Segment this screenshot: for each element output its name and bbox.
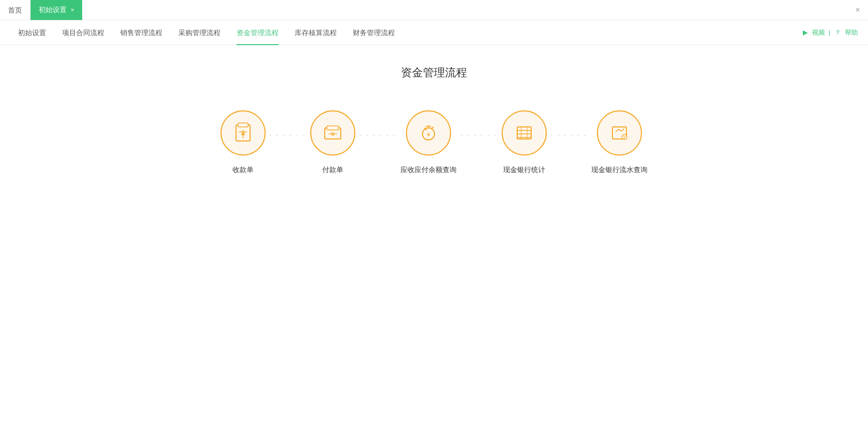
dots-1: - - - - - - <box>270 131 307 138</box>
payment-icon-circle: ¥ <box>310 110 355 156</box>
bank-flow-icon: ¥ <box>608 122 630 144</box>
active-tab[interactable]: 初始设置 × <box>31 0 82 20</box>
dots-3: - - - - - - <box>461 131 498 138</box>
help-link[interactable]: 帮助 <box>845 28 858 37</box>
nav-separator: | <box>829 29 830 36</box>
bank-flow-label: 现金银行流水查询 <box>591 166 647 175</box>
nav-item-initial[interactable]: 初始设置 <box>10 20 54 45</box>
help-icon: ？ <box>834 28 841 37</box>
flow-item-receipt[interactable]: ¥ 收款单 <box>221 110 266 175</box>
flow-item-balance[interactable]: ¥ 应收应付余额查询 <box>400 110 457 175</box>
nav-item-project[interactable]: 项目合同流程 <box>54 20 112 45</box>
flow-container: ¥ 收款单 - - - - - - ¥ 付款单 <box>10 110 858 175</box>
nav-bar: 初始设置 项目合同流程 销售管理流程 采购管理流程 资金管理流程 库存核算流程 … <box>0 20 868 45</box>
flow-item-bank-flow[interactable]: ¥ 现金银行流水查询 <box>591 110 647 175</box>
nav-item-inventory[interactable]: 库存核算流程 <box>287 20 345 45</box>
svg-text:¥: ¥ <box>426 131 430 137</box>
nav-item-sales[interactable]: 销售管理流程 <box>112 20 170 45</box>
svg-rect-1 <box>238 123 248 127</box>
window-close-button[interactable]: × <box>847 0 868 20</box>
balance-label: 应收应付余额查询 <box>400 166 457 175</box>
active-tab-label: 初始设置 <box>39 6 67 15</box>
payment-icon: ¥ <box>322 122 344 144</box>
nav-item-fund[interactable]: 资金管理流程 <box>229 20 287 45</box>
bank-stat-icon-circle <box>502 110 547 156</box>
connector-2: - - - - - - <box>355 110 400 138</box>
receipt-icon: ¥ <box>232 122 254 144</box>
payment-label: 付款单 <box>322 166 343 175</box>
main-content: 资金管理流程 ¥ 收款单 - - - - - - <box>0 45 868 195</box>
svg-text:¥: ¥ <box>623 135 625 139</box>
nav-item-finance[interactable]: 财务管理流程 <box>345 20 403 45</box>
nav-item-purchase[interactable]: 采购管理流程 <box>170 20 229 45</box>
bank-flow-icon-circle: ¥ <box>597 110 642 156</box>
flow-item-payment[interactable]: ¥ 付款单 <box>310 110 355 175</box>
video-link[interactable]: 视频 <box>812 28 825 37</box>
svg-rect-4 <box>327 126 339 130</box>
home-tab[interactable]: 首页 <box>0 0 31 20</box>
connector-4: - - - - - - <box>547 110 592 138</box>
nav-right: ▶ 视频 | ？ 帮助 <box>803 28 858 37</box>
dots-2: - - - - - - <box>359 131 396 138</box>
dots-4: - - - - - - <box>551 131 588 138</box>
connector-1: - - - - - - <box>266 110 311 138</box>
balance-icon-circle: ¥ <box>406 110 451 156</box>
top-bar: 首页 初始设置 × × <box>0 0 868 20</box>
close-icon[interactable]: × <box>71 7 74 14</box>
receipt-label: 收款单 <box>233 166 254 175</box>
page-title: 资金管理流程 <box>10 65 858 80</box>
video-icon: ▶ <box>803 29 808 36</box>
connector-3: - - - - - - <box>457 110 502 138</box>
balance-icon: ¥ <box>417 122 440 144</box>
receipt-icon-circle: ¥ <box>221 110 266 156</box>
bank-stat-label: 现金银行统计 <box>503 166 545 175</box>
bank-stat-icon <box>513 122 535 144</box>
flow-item-bank-stat[interactable]: 现金银行统计 <box>502 110 547 175</box>
